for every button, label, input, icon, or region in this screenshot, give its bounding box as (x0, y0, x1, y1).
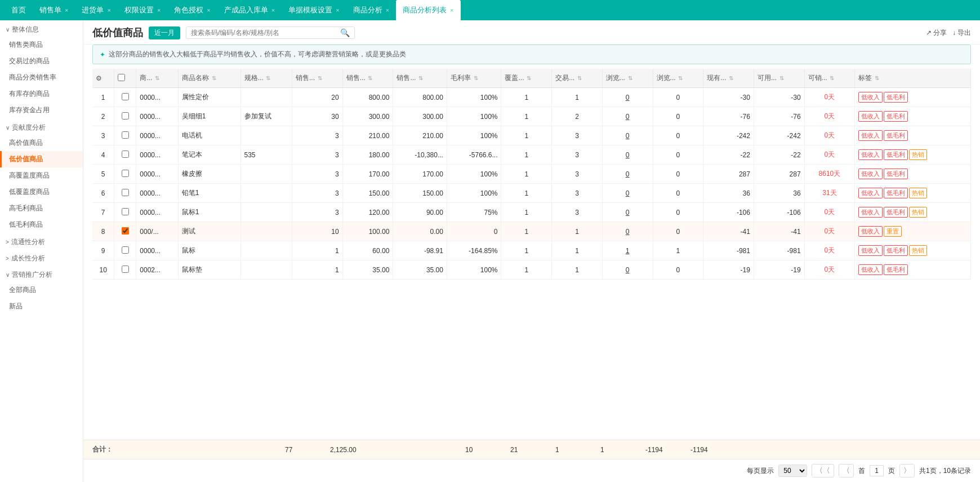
row-checkbox[interactable] (122, 227, 129, 235)
table-container[interactable]: ⚙商... ⇅商品名称 ⇅规格... ⇅销售... ⇅销售... ⇅销售... … (92, 69, 971, 440)
col-header-tags[interactable]: 标签 ⇅ (855, 69, 971, 88)
next-page-button[interactable]: 〉 (899, 464, 915, 477)
cell-current_stock: -76 (703, 107, 754, 126)
col-header-available[interactable]: 可用... ⇅ (754, 69, 804, 88)
sidebar-item-低覆盖度商品[interactable]: 低覆盖度商品 (0, 184, 83, 200)
footer-value: 10 (462, 446, 507, 454)
col-header-sales_qty[interactable]: 销售... ⇅ (292, 69, 343, 88)
nav-item-进货单[interactable]: 进货单× (75, 0, 117, 20)
footer-value (372, 446, 417, 454)
col-header-transaction[interactable]: 交易... ⇅ (552, 69, 603, 88)
cell-row-no: 10 (92, 260, 114, 280)
col-header-coverage[interactable]: 覆盖... ⇅ (501, 69, 552, 88)
nav-item-角色授权[interactable]: 角色授权× (167, 0, 217, 20)
row-checkbox[interactable] (122, 131, 129, 139)
col-header-code[interactable]: 商... ⇅ (136, 69, 179, 88)
sidebar-item-商品分类销售率[interactable]: 商品分类销售率 (0, 69, 83, 86)
cell-tags: 低收入低毛利 (855, 126, 971, 145)
row-checkbox[interactable] (122, 266, 129, 273)
sidebar-item-全部商品[interactable]: 全部商品 (0, 282, 83, 298)
cell-code: 0000... (136, 241, 179, 260)
sidebar-item-交易过的商品[interactable]: 交易过的商品 (0, 53, 83, 69)
sidebar-section-流通性分析[interactable]: > 流通性分析 (0, 233, 83, 249)
col-header-browse2[interactable]: 浏览... ⇅ (653, 69, 703, 88)
tag-badge: 低收入 (858, 188, 883, 198)
close-icon[interactable]: × (271, 7, 275, 14)
close-icon[interactable]: × (386, 7, 389, 14)
col-header-gross_margin[interactable]: 毛利率 ⇅ (447, 69, 501, 88)
close-icon[interactable]: × (107, 7, 110, 14)
first-page-button[interactable]: 〈〈 (812, 464, 834, 477)
select-all-checkbox[interactable] (118, 74, 125, 81)
sidebar-item-低价值商品[interactable]: 低价值商品 (0, 151, 83, 167)
col-header-sellable[interactable]: 可销... ⇅ (804, 69, 855, 88)
row-checkbox[interactable] (122, 151, 129, 158)
row-checkbox[interactable] (122, 189, 129, 196)
col-header-sales_gross[interactable]: 销售... ⇅ (393, 69, 447, 88)
sidebar-item-销售类商品[interactable]: 销售类商品 (0, 37, 83, 53)
settings-icon[interactable]: ⚙ (96, 74, 102, 82)
col-header-spec[interactable]: 规格... ⇅ (240, 69, 292, 88)
row-checkbox[interactable] (122, 246, 129, 254)
close-icon[interactable]: × (450, 7, 453, 14)
cell-row-no: 2 (92, 107, 114, 126)
cell-coverage: 1 (501, 260, 552, 280)
sidebar-item-高覆盖度商品[interactable]: 高覆盖度商品 (0, 167, 83, 184)
nav-item-销售单[interactable]: 销售单× (33, 0, 75, 20)
sidebar-section-营销推广分析[interactable]: ∨ 营销推广分析 (0, 266, 83, 282)
nav-item-商品分析[interactable]: 商品分析× (346, 0, 396, 20)
sidebar-item-高毛利商品[interactable]: 高毛利商品 (0, 200, 83, 216)
main-layout: ∨ 整体信息销售类商品交易过的商品商品分类销售率有库存的商品库存资金占用∨ 贡献… (0, 20, 980, 482)
sidebar-section-贡献度分析[interactable]: ∨ 贡献度分析 (0, 118, 83, 135)
col-header-sales_amount[interactable]: 销售... ⇅ (342, 69, 393, 88)
page-size-select[interactable]: 50 100 (778, 465, 807, 477)
col-header-browse1[interactable]: 浏览... ⇅ (602, 69, 653, 88)
cell-browse1: 0 (602, 107, 653, 126)
cell-sellable_days: 8610天 (804, 165, 855, 184)
close-icon[interactable]: × (65, 7, 68, 14)
export-button[interactable]: ↓ 导出 (952, 28, 971, 38)
sidebar-item-高价值商品[interactable]: 高价值商品 (0, 135, 83, 151)
nav-item-商品分析列表[interactable]: 商品分析列表× (396, 0, 460, 20)
row-checkbox[interactable] (122, 112, 129, 120)
col-header-name[interactable]: 商品名称 ⇅ (178, 69, 240, 88)
footer-value (417, 446, 462, 454)
sidebar-item-库存资金占用[interactable]: 库存资金占用 (0, 102, 83, 118)
prev-page-button[interactable]: 〈 (839, 464, 854, 477)
close-icon[interactable]: × (336, 7, 339, 14)
nav-item-权限设置[interactable]: 权限设置× (118, 0, 167, 20)
time-filter-button[interactable]: 近一月 (149, 26, 180, 39)
cell-code: 0002... (136, 260, 179, 280)
cell-available: -22 (754, 145, 804, 165)
search-input[interactable] (191, 29, 338, 37)
sidebar-item-新品[interactable]: 新品 (0, 298, 83, 315)
cell-sales_qty: 3 (292, 145, 343, 165)
col-header-current_stock[interactable]: 现有... ⇅ (703, 69, 754, 88)
cell-name: 笔记本 (178, 145, 240, 165)
data-table: ⚙商... ⇅商品名称 ⇅规格... ⇅销售... ⇅销售... ⇅销售... … (92, 69, 971, 280)
close-icon[interactable]: × (157, 7, 161, 14)
sidebar-section-成长性分析[interactable]: > 成长性分析 (0, 249, 83, 266)
close-icon[interactable]: × (207, 7, 210, 14)
nav-item-产成品入库单[interactable]: 产成品入库单× (217, 0, 282, 20)
col-header-settings: ⚙ (92, 69, 114, 88)
sidebar-section-整体信息[interactable]: ∨ 整体信息 (0, 20, 83, 37)
row-checkbox[interactable] (122, 170, 129, 177)
search-icon[interactable]: 🔍 (340, 28, 350, 37)
row-checkbox[interactable] (122, 208, 129, 215)
cell-current_stock: -981 (703, 241, 754, 260)
sidebar-item-低毛利商品[interactable]: 低毛利商品 (0, 216, 83, 233)
cell-gross_margin: 100% (447, 165, 501, 184)
sort-icon-transaction: ⇅ (576, 75, 582, 81)
cell-name: 鼠标垫 (178, 260, 240, 280)
cell-coverage: 1 (501, 126, 552, 145)
nav-item-首页[interactable]: 首页 (5, 0, 33, 20)
cell-name: 吴细细1 (178, 107, 240, 126)
cell-sales_qty: 10 (292, 222, 343, 241)
row-checkbox[interactable] (122, 93, 129, 100)
nav-item-单据模板设置[interactable]: 单据模板设置× (282, 0, 346, 20)
share-button[interactable]: ↗ 分享 (926, 28, 947, 38)
footer-values: 772,125.00102111-1194-1194 (124, 446, 971, 454)
table-header: ⚙商... ⇅商品名称 ⇅规格... ⇅销售... ⇅销售... ⇅销售... … (92, 69, 971, 88)
sidebar-item-有库存的商品[interactable]: 有库存的商品 (0, 86, 83, 102)
